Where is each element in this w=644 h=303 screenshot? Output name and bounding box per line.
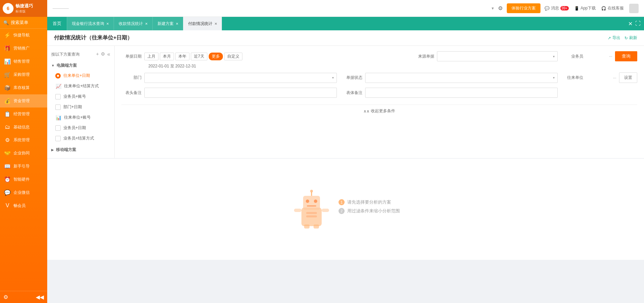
- header-settings-icon[interactable]: ⚙: [498, 5, 503, 11]
- sidebar-item-inventory[interactable]: 📦 库存核算: [0, 81, 47, 94]
- export-icon: ↗: [608, 36, 611, 40]
- mobile-scheme-group-header[interactable]: ▶ 移动端方案: [47, 145, 114, 155]
- empty-robot-illustration: [291, 189, 325, 223]
- source-voucher-col: 来源单据 ▾: [414, 51, 558, 61]
- date-btn-this-month[interactable]: 本月: [160, 53, 174, 60]
- bar-icon: 📊: [55, 115, 61, 120]
- tab-new-scheme-close[interactable]: ✕: [176, 22, 178, 26]
- scheme-item-staff-date[interactable]: 业务员+日期: [47, 123, 114, 133]
- date-range-display: 2022-01-01 至 2022-12-31: [148, 63, 196, 69]
- sidebar-item-hardware[interactable]: ⏰ 智能硬件: [0, 173, 47, 186]
- date-btn-last-month[interactable]: 上月: [144, 53, 158, 60]
- filter-row-2: 部门 ▾ 单据状态 ▾ 往来单位: [121, 72, 637, 83]
- sidebar-item-sales[interactable]: 📊 销售管理: [0, 55, 47, 68]
- app-subtitle: 标准版: [16, 9, 33, 14]
- user-avatar[interactable]: [629, 4, 639, 13]
- scheme-collapse-icon[interactable]: «: [107, 51, 110, 57]
- svg-rect-9: [304, 224, 310, 229]
- tab-new-scheme[interactable]: 新建方案 ✕: [152, 17, 183, 30]
- header-dropdown-icon[interactable]: ▾: [492, 6, 494, 11]
- collapse-more-button[interactable]: ∧∧ 收起更多条件: [121, 104, 637, 117]
- sidebar-item-guide[interactable]: 📖 新手引导: [0, 160, 47, 173]
- settings-button[interactable]: 设置: [619, 72, 637, 83]
- scheme-item-staff-settle[interactable]: 业务员+结算方式: [47, 133, 114, 144]
- sidebar-item-operations[interactable]: 📋 经营管理: [0, 108, 47, 121]
- sidebar-item-marketing[interactable]: 🎁 营销推广: [0, 42, 47, 55]
- body-remark-input[interactable]: [365, 88, 558, 98]
- scheme-radio-partner-date: [55, 73, 61, 79]
- scheme-box-staff-account: [55, 94, 61, 99]
- tab-collection-stats[interactable]: 收款情况统计 ✕: [114, 17, 152, 30]
- date-btn-custom[interactable]: 自定义: [224, 53, 242, 60]
- search-icon: 🔍: [3, 20, 9, 25]
- collapse-icon: ∧∧: [363, 109, 370, 114]
- header-remark-input[interactable]: [144, 88, 337, 98]
- header-remark-col: 表头备注: [121, 88, 337, 98]
- footer-settings-icon[interactable]: ⚙: [3, 294, 8, 300]
- quick-nav-icon: ⚡: [4, 32, 11, 38]
- search-menu[interactable]: 🔍 搜索菜单: [0, 17, 47, 29]
- sidebar-item-wechat[interactable]: 💬 企业微信: [0, 186, 47, 199]
- page-title: 付款情况统计（往来单位+日期）: [54, 34, 133, 41]
- tab-payment-stats[interactable]: 付款情况统计 ✕: [183, 17, 222, 30]
- source-voucher-select[interactable]: ▾: [437, 51, 558, 61]
- tab-cash-flow-close[interactable]: ✕: [106, 22, 109, 26]
- date-buttons: 上月 本月 本年 近7天 更多 自定义: [144, 53, 242, 60]
- tab-maximize-icon[interactable]: ⛶: [635, 21, 641, 27]
- operations-icon: 📋: [4, 111, 11, 117]
- desktop-scheme-group-header[interactable]: ▼ 电脑端方案: [47, 61, 114, 70]
- date-btn-more[interactable]: 更多: [209, 53, 223, 60]
- tab-home[interactable]: 首页: [47, 17, 67, 30]
- scheme-add-icon[interactable]: +: [96, 51, 99, 57]
- scheme-item-partner-date[interactable]: 往来单位+日期: [47, 70, 114, 81]
- top-header: ———— ▾ ⚙ 体验行业方案 💬 消息 99+ 📱 App下载 🎧 在线客服: [47, 0, 644, 17]
- sidebar-item-basic-info[interactable]: 🗂 基础信息: [0, 121, 47, 133]
- scheme-settings-icon[interactable]: ⚙: [101, 51, 105, 57]
- robot-svg: [291, 189, 332, 230]
- refresh-button[interactable]: ↻ 刷新: [624, 35, 637, 41]
- date-btn-7days[interactable]: 近7天: [191, 53, 207, 60]
- sidebar-item-system[interactable]: ⚙ 系统管理: [0, 133, 47, 147]
- refresh-icon: ↻: [624, 36, 628, 40]
- scheme-item-staff-account[interactable]: 业务员+账号: [47, 91, 114, 102]
- tab-bar: 首页 现金银行流水查询 ✕ 收款情况统计 ✕ 新建方案 ✕ 付款情况统计 ✕ ✕…: [47, 17, 644, 30]
- system-icon: ⚙: [4, 137, 11, 143]
- scheme-item-dept-date[interactable]: 部门+日期: [47, 102, 114, 112]
- online-service-button[interactable]: 🎧 在线客服: [601, 5, 624, 11]
- date-btn-this-year[interactable]: 本年: [175, 53, 189, 60]
- app-download-button[interactable]: 📱 App下载: [574, 5, 596, 11]
- phone-icon: 📱: [574, 6, 579, 11]
- query-button[interactable]: 查询: [615, 51, 637, 61]
- tab-collection-stats-close[interactable]: ✕: [145, 22, 148, 26]
- page-header-actions: ↗ 导出 ↻ 刷新: [608, 35, 637, 41]
- tab-cash-flow[interactable]: 现金银行流水查询 ✕: [67, 17, 114, 30]
- svg-point-2: [306, 200, 309, 203]
- voucher-status-select[interactable]: ▾: [365, 73, 558, 83]
- tab-payment-stats-close[interactable]: ✕: [214, 22, 217, 26]
- trial-button[interactable]: 体验行业方案: [507, 3, 540, 13]
- page-header: 付款情况统计（往来单位+日期） ↗ 导出 ↻ 刷新: [47, 30, 644, 46]
- source-voucher-label: 来源单据: [414, 54, 434, 59]
- sidebar-item-cooperation[interactable]: 🤝 企业协同: [0, 147, 47, 160]
- scheme-item-partner-account[interactable]: 📊 往来单位+账号: [47, 112, 114, 123]
- department-select[interactable]: ▾: [144, 73, 337, 83]
- sidebar-item-vip[interactable]: V 畅会员: [0, 199, 47, 212]
- tab-bar-actions: ✕ ⛶: [625, 21, 644, 27]
- sidebar-item-purchase[interactable]: 🛒 采购管理: [0, 68, 47, 81]
- sidebar-logo: 6: [3, 3, 13, 14]
- svg-point-6: [310, 190, 313, 192]
- partner-label: 往来单位: [563, 75, 583, 81]
- tab-close-all-icon[interactable]: ✕: [628, 21, 633, 27]
- scheme-item-partner-settle[interactable]: 📈 往来单位+结算方式: [47, 81, 114, 91]
- desktop-group-arrow: ▼: [51, 64, 55, 67]
- notifications-button[interactable]: 💬 消息 99+: [545, 5, 569, 11]
- funds-icon: 💰: [4, 98, 11, 104]
- staff-col: 业务员 ··· 查询: [563, 51, 637, 61]
- sidebar-item-quick-nav[interactable]: ⚡ 快捷导航: [0, 29, 47, 42]
- export-button[interactable]: ↗ 导出: [608, 35, 620, 41]
- scheme-box-staff-date: [55, 125, 61, 131]
- purchase-icon: 🛒: [4, 71, 11, 78]
- filter-container: 按以下方案查询 + ⚙ « ▼ 电脑端方案 往来单位+日期: [47, 46, 644, 158]
- footer-collapse-icon[interactable]: ◀◀: [36, 294, 44, 300]
- sidebar-item-funds[interactable]: 💰 资金管理: [0, 94, 47, 108]
